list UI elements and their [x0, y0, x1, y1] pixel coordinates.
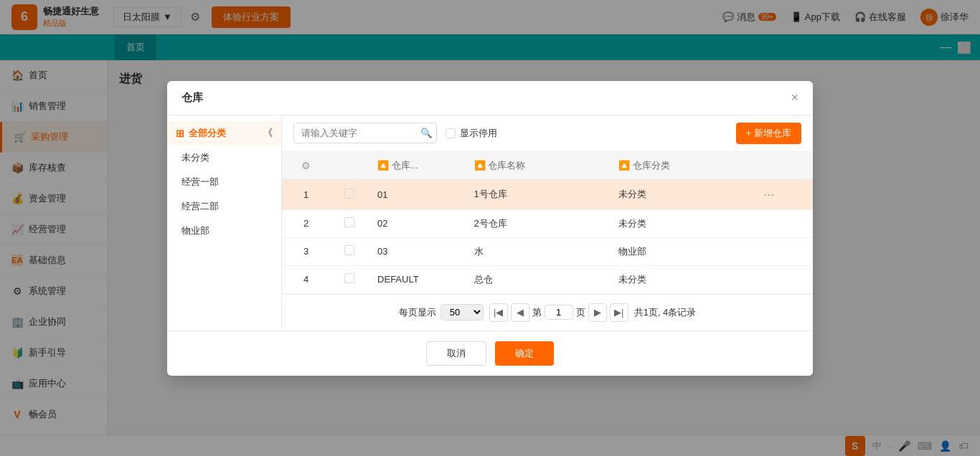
disabled-checkbox[interactable]	[446, 128, 456, 138]
warehouse-table: ⚙ 🔼 仓库... 🔼 仓库名称 🔼 仓库分类	[282, 152, 813, 294]
next-page-button[interactable]: ▶	[588, 303, 607, 322]
col-warehouse-category[interactable]: 🔼 仓库分类	[610, 152, 755, 180]
col-settings[interactable]: ⚙	[282, 152, 330, 180]
col-actions	[755, 152, 813, 180]
category-all[interactable]: ⊞ 全部分类 《	[167, 121, 281, 146]
dialog-title: 仓库	[182, 91, 203, 105]
row2-checkbox[interactable]	[344, 217, 354, 227]
table-row[interactable]: 1 01 1号仓库 未分类 ···	[282, 179, 813, 209]
dialog-footer: 取消 确定	[167, 331, 813, 376]
cat-item-ops2[interactable]: 经营二部	[167, 194, 281, 219]
table-row[interactable]: 2 02 2号仓库 未分类	[282, 209, 813, 237]
warehouse-dialog: 仓库 × ⊞ 全部分类 《 未分类 经营一部 经营二部 物业部	[167, 81, 813, 376]
search-box: 🔍	[293, 123, 437, 143]
col-warehouse-id[interactable]: 🔼 仓库...	[369, 152, 466, 180]
last-page-button[interactable]: ▶|	[610, 303, 628, 322]
col-checkbox	[330, 152, 369, 180]
search-button[interactable]: 🔍	[415, 123, 437, 143]
search-input[interactable]	[294, 123, 415, 143]
col-warehouse-name[interactable]: 🔼 仓库名称	[466, 152, 611, 180]
collapse-icon[interactable]: 《	[263, 127, 273, 140]
category-sidebar: ⊞ 全部分类 《 未分类 经营一部 经营二部 物业部	[167, 115, 282, 331]
confirm-button[interactable]: 确定	[495, 341, 554, 366]
pagination: 每页显示 50 100 200 |◀ ◀ 第 页 ▶	[282, 294, 813, 331]
cat-item-property[interactable]: 物业部	[167, 219, 281, 243]
row3-checkbox[interactable]	[344, 245, 354, 255]
add-warehouse-button[interactable]: + 新增仓库	[736, 123, 801, 144]
cat-item-uncategorized[interactable]: 未分类	[167, 146, 281, 170]
cancel-button[interactable]: 取消	[426, 341, 486, 366]
row1-checkbox[interactable]	[344, 189, 354, 199]
table-row[interactable]: 4 DEFAULT 总仓 未分类	[282, 265, 813, 293]
page-nav: |◀ ◀ 第 页 ▶ ▶|	[489, 303, 628, 322]
row1-more[interactable]: ···	[763, 187, 774, 201]
page-number-input[interactable]	[545, 305, 573, 320]
dialog-close-button[interactable]: ×	[791, 91, 798, 104]
show-disabled-checkbox[interactable]: 显示停用	[446, 127, 497, 140]
total-info: 共1页, 4条记录	[634, 306, 697, 319]
per-page-selector: 每页显示 50 100 200	[399, 304, 484, 320]
cat-item-ops1[interactable]: 经营一部	[167, 170, 281, 194]
per-page-select[interactable]: 50 100 200	[440, 304, 484, 320]
overlay: 仓库 × ⊞ 全部分类 《 未分类 经营一部 经营二部 物业部	[0, 0, 980, 456]
prev-page-button[interactable]: ◀	[511, 303, 529, 322]
grid-icon: ⊞	[176, 128, 184, 139]
table-row[interactable]: 3 03 水 物业部	[282, 237, 813, 265]
row4-checkbox[interactable]	[344, 273, 354, 283]
first-page-button[interactable]: |◀	[489, 303, 508, 322]
main-panel: 🔍 显示停用 + 新增仓库 ⚙	[282, 115, 813, 331]
dialog-header: 仓库 ×	[167, 81, 813, 115]
dialog-body: ⊞ 全部分类 《 未分类 经营一部 经营二部 物业部 🔍	[167, 115, 813, 331]
table-toolbar: 🔍 显示停用 + 新增仓库	[282, 115, 813, 152]
